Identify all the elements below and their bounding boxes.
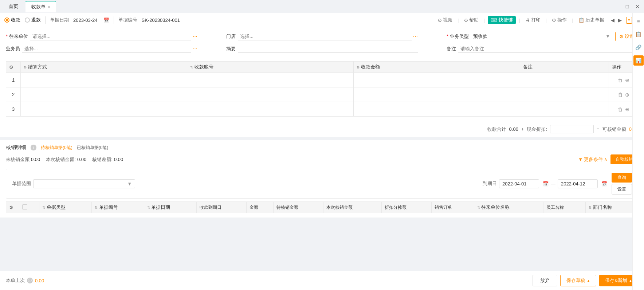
- copy-icon-3[interactable]: ⊕: [625, 106, 629, 112]
- bottom-info-icon[interactable]: ⓘ: [27, 278, 33, 283]
- copy-icon-2[interactable]: ⊕: [625, 92, 629, 98]
- select-all-checkbox[interactable]: [22, 204, 27, 209]
- print-button[interactable]: 🖨 打印: [523, 16, 543, 24]
- date-calendar-icon[interactable]: 📅: [103, 17, 109, 23]
- row-amount-2[interactable]: [354, 87, 520, 102]
- history-button[interactable]: 📋 历史单据: [576, 16, 606, 24]
- biz-type-dropdown-icon[interactable]: ▼: [605, 34, 610, 39]
- row-settlement-2[interactable]: [21, 87, 187, 102]
- sort-doc-date: ⇅: [147, 205, 150, 209]
- filter-setting-button[interactable]: 设置: [612, 184, 632, 195]
- more-filter-button[interactable]: ▼ 更多条件 ∧: [578, 156, 608, 163]
- row-remark-3[interactable]: [520, 102, 609, 117]
- date-from-icon[interactable]: 📅: [543, 181, 549, 187]
- diff-value: 0.00: [114, 157, 123, 162]
- copy-icon-1[interactable]: ⊕: [625, 77, 629, 83]
- row-settlement-3[interactable]: [21, 102, 187, 117]
- video-button[interactable]: ⊙ 视频: [436, 16, 455, 24]
- remark-input[interactable]: [458, 45, 638, 53]
- date-to-input[interactable]: [558, 179, 598, 188]
- tab-active[interactable]: 收款单 ×: [25, 1, 56, 12]
- table-gear-icon[interactable]: ⚙: [9, 64, 13, 70]
- range-select[interactable]: ▼: [33, 179, 135, 188]
- prev-label: 本单上次: [6, 277, 25, 284]
- detail-table-gear-icon[interactable]: ⚙: [9, 205, 13, 210]
- close-button[interactable]: ✕: [634, 3, 641, 10]
- detail-table: ⚙ ⇅ 单据类型 ⇅ 单据编号 ⇅ 单据日期 收款到期日 金额: [6, 201, 638, 213]
- row-amount-3[interactable]: [354, 102, 520, 117]
- th-current-amount: 本次核销金额: [323, 202, 381, 213]
- unreconciled-value: 0.00: [31, 157, 40, 162]
- sidebar-link-icon[interactable]: 🔗: [633, 42, 644, 52]
- maximize-button[interactable]: □: [624, 3, 631, 10]
- store-more-icon[interactable]: ···: [413, 33, 418, 40]
- history-icon: 📋: [578, 17, 584, 23]
- radio-collection[interactable]: 收款: [4, 17, 20, 23]
- discard-button[interactable]: 放弃: [533, 275, 557, 286]
- row-account-3[interactable]: [187, 102, 354, 117]
- th-doc-amount: 金额: [247, 202, 273, 213]
- date-to-icon[interactable]: 📅: [601, 181, 607, 187]
- sep-3: |: [519, 17, 520, 23]
- sidebar-active-icon[interactable]: 📊: [633, 55, 644, 66]
- row-account-1[interactable]: [187, 73, 354, 87]
- remark-label: 备注: [447, 46, 456, 52]
- tab-done[interactable]: 已核销单据(0笔): [77, 145, 109, 151]
- tab-home[interactable]: 首页: [3, 1, 24, 12]
- biz-type-select[interactable]: 预收款 ▼: [471, 32, 612, 41]
- row-remark-2[interactable]: [520, 87, 609, 102]
- minimize-button[interactable]: —: [613, 3, 621, 10]
- delete-icon-1[interactable]: 🗑: [618, 77, 623, 83]
- help-button[interactable]: ⊙ 帮助: [462, 16, 481, 24]
- partner-more-icon[interactable]: ···: [193, 33, 197, 40]
- partner-label: 往来单位: [6, 33, 28, 40]
- sidebar-doc-icon[interactable]: 📋: [633, 29, 644, 39]
- table-row: 3 🗑 ⊕: [6, 102, 638, 117]
- date-from-input[interactable]: [499, 179, 539, 188]
- save-draft-button[interactable]: 保存草稿 ▲: [560, 275, 597, 286]
- total-value: 0.00: [509, 126, 518, 132]
- delete-icon-2[interactable]: 🗑: [618, 92, 623, 98]
- th-checkbox[interactable]: ⚙: [6, 202, 19, 213]
- tab-close-icon[interactable]: ×: [48, 4, 50, 9]
- th-detail-checkbox[interactable]: [19, 202, 39, 213]
- prev-arrow[interactable]: ◀: [609, 17, 616, 24]
- list-view-button[interactable]: ≡: [626, 17, 632, 24]
- partner-input[interactable]: [30, 32, 191, 40]
- filter-icon: ▼: [578, 157, 583, 162]
- table-area: ⚙ ⇅ 结算方式 ⇅ 收款账号 ⇅ 收款金额 备注 操作 1: [0, 61, 644, 121]
- shortcut-button[interactable]: ⌨ 快捷键: [488, 16, 516, 24]
- toolbar-right: ⊙ 视频 | ⊙ 帮助 | ⌨ 快捷键 | 🖨 打印 | ⚙ 操作 | 📋 历史…: [436, 16, 640, 24]
- th-sales-order: 销售订单: [432, 202, 474, 213]
- tab-pending[interactable]: 待核销单据(0笔): [41, 145, 72, 151]
- row-amount-1[interactable]: [354, 73, 520, 87]
- stat-diff: 核销差额: 0.00: [92, 156, 123, 163]
- summary-input[interactable]: [238, 45, 418, 53]
- sidebar-table-icon[interactable]: ≡: [633, 16, 644, 26]
- bottom-buttons: 放弃 保存草稿 ▲ 保存&新增 ▲: [533, 275, 638, 286]
- row-remark-1[interactable]: [520, 73, 609, 87]
- query-button[interactable]: 查询: [612, 173, 632, 183]
- row-settlement-1[interactable]: [21, 73, 187, 87]
- salesperson-input[interactable]: [22, 45, 191, 53]
- action-buttons-1: 🗑 ⊕: [612, 77, 635, 83]
- store-input[interactable]: [238, 32, 412, 40]
- radio-refund[interactable]: 退款: [25, 17, 41, 23]
- prev-value: 0.00: [35, 278, 44, 283]
- discount-input[interactable]: [550, 125, 594, 133]
- th-gear[interactable]: ⚙: [6, 62, 21, 73]
- store-label: 门店: [226, 33, 236, 40]
- delete-icon-3[interactable]: 🗑: [618, 106, 623, 112]
- salesperson-more-icon[interactable]: ···: [193, 46, 197, 52]
- operation-button[interactable]: ⚙ 操作: [550, 16, 569, 24]
- next-arrow[interactable]: ▶: [617, 17, 623, 24]
- th-settlement: ⇅ 结算方式: [21, 62, 187, 73]
- row-account-2[interactable]: [187, 87, 354, 102]
- row-no-2: 2: [6, 87, 21, 102]
- discount-label: 现金折扣:: [527, 126, 547, 133]
- form-row-2: 业务员 ··· 摘要 备注: [6, 45, 638, 53]
- sort-icon-2: ⇅: [190, 65, 193, 69]
- divider-2: [114, 16, 114, 24]
- summary-field: 摘要: [226, 45, 418, 53]
- reconcile-info-icon[interactable]: i: [31, 145, 36, 150]
